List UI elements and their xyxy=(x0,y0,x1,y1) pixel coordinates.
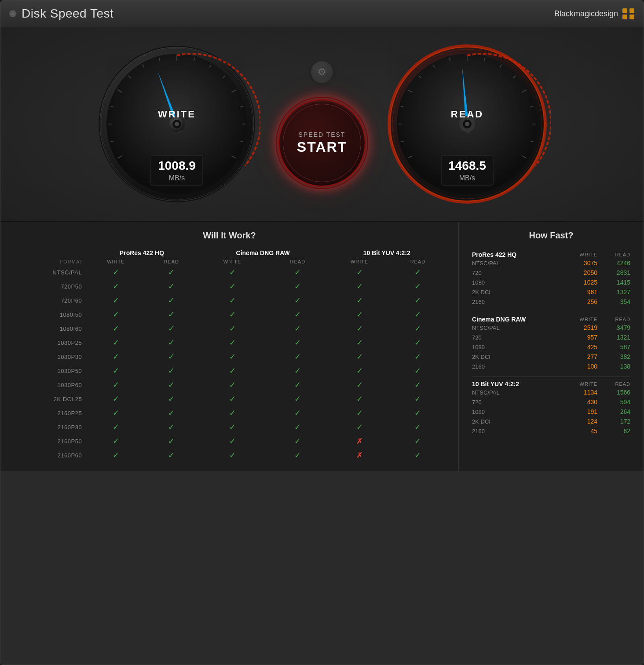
start-label-line1: SPEED TEST xyxy=(299,131,346,138)
check-cell: ✓ xyxy=(146,293,198,307)
check-cell: ✓ xyxy=(146,392,198,406)
svg-text:MB/s: MB/s xyxy=(169,174,185,182)
how-fast-panel: How Fast? ProRes 422 HQWRITEREADNTSC/PAL… xyxy=(459,222,644,471)
check-cell: ✓ xyxy=(391,448,445,462)
hf-data-row: NTSC/PAL25193479 xyxy=(472,323,630,332)
how-fast-title: How Fast? xyxy=(472,230,630,241)
check-cell: ✓ xyxy=(267,279,328,293)
gauges-section: 1008.9 MB/s WRITE ⚙ SPEED TEST START xyxy=(0,27,644,222)
format-cell: 1080p60 xyxy=(14,378,86,392)
hf-write-value: 2050 xyxy=(573,269,597,276)
check-cell: ✓ xyxy=(391,406,445,420)
check-cell: ✓ xyxy=(86,434,145,448)
check-cell: ✓ xyxy=(146,378,198,392)
hf-row-label: 1080 xyxy=(472,344,485,351)
hf-row-label: 2160 xyxy=(472,428,485,435)
check-cell: ✓ xyxy=(329,307,391,322)
check-cell: ✓ xyxy=(267,434,328,448)
check-cell: ✓ xyxy=(146,336,198,350)
hf-row-label: NTSC/PAL xyxy=(472,260,500,267)
check-cell: ✓ xyxy=(146,350,198,364)
sub-write-1: WRITE xyxy=(86,258,145,265)
sub-write-3: WRITE xyxy=(329,258,391,265)
svg-text:1468.5: 1468.5 xyxy=(448,159,486,172)
check-cell: ✓ xyxy=(146,420,198,434)
hf-data-row: NTSC/PAL30754246 xyxy=(472,258,630,268)
check-cell: ✓ xyxy=(329,265,391,279)
table-row: 2160p50✓✓✓✓✗✓ xyxy=(14,434,445,448)
sub-read-3: READ xyxy=(391,258,445,265)
table-row: 1080p25✓✓✓✓✓✓ xyxy=(14,336,445,350)
hf-write-value: 1025 xyxy=(573,279,597,286)
write-gauge: 1008.9 MB/s WRITE xyxy=(93,40,260,208)
check-cell: ✓ xyxy=(86,350,145,364)
hf-data-row: 1080425587 xyxy=(472,342,630,352)
hf-section-header-row: ProRes 422 HQWRITEREAD xyxy=(472,248,630,258)
hf-row-label: 720 xyxy=(472,270,482,276)
check-cell: ✓ xyxy=(198,350,267,364)
format-cell: 1080p30 xyxy=(14,350,86,364)
hf-write-value: 3075 xyxy=(573,259,597,267)
hf-read-value: 138 xyxy=(606,363,630,370)
start-label-line2: START xyxy=(297,139,347,155)
check-cell: ✓ xyxy=(146,448,198,462)
hf-read-header: READ xyxy=(606,317,630,322)
hf-row-label: 720 xyxy=(472,334,482,341)
check-cell: ✓ xyxy=(146,322,198,336)
format-cell: 2160p50 xyxy=(14,434,86,448)
format-cell: 720p50 xyxy=(14,279,86,293)
check-cell: ✓ xyxy=(198,378,267,392)
check-cell: ✓ xyxy=(267,307,328,322)
hf-row-label: 2K DCI xyxy=(472,289,490,296)
hf-data-row: 2160256354 xyxy=(472,297,630,307)
close-button[interactable]: × xyxy=(9,10,16,17)
table-row: 2160p60✓✓✓✓✗✓ xyxy=(14,448,445,462)
check-cell: ✓ xyxy=(146,265,198,279)
sub-read-1: READ xyxy=(146,258,198,265)
format-cell: 1080p25 xyxy=(14,336,86,350)
table-row: 1080i60✓✓✓✓✓✓ xyxy=(14,322,445,336)
start-button[interactable]: SPEED TEST START xyxy=(278,99,366,187)
hf-write-header: WRITE xyxy=(573,381,597,387)
check-cell: ✓ xyxy=(267,364,328,378)
col-header-prores: ProRes 422 HQ xyxy=(86,248,198,258)
check-cell: ✓ xyxy=(86,420,145,434)
table-row: NTSC/PAL✓✓✓✓✓✓ xyxy=(14,265,445,279)
hf-write-value: 430 xyxy=(573,398,597,406)
settings-button[interactable]: ⚙ xyxy=(311,61,333,83)
check-cell: ✓ xyxy=(329,293,391,307)
hf-read-value: 172 xyxy=(606,418,630,425)
format-cell: 2160p30 xyxy=(14,420,86,434)
check-cell: ✓ xyxy=(391,322,445,336)
hf-read-value: 1321 xyxy=(606,334,630,341)
hf-section-name: Cinema DNG RAW xyxy=(472,316,526,323)
hf-row-label: NTSC/PAL xyxy=(472,389,500,396)
hf-data-row: 2160100138 xyxy=(472,362,630,371)
check-cell: ✓ xyxy=(86,279,145,293)
hf-read-value: 1415 xyxy=(606,279,630,286)
hf-row-label: 720 xyxy=(472,399,482,406)
hf-section-name: 10 Bit YUV 4:2:2 xyxy=(472,380,519,387)
check-cell: ✓ xyxy=(267,420,328,434)
app-title: Disk Speed Test xyxy=(22,7,113,21)
hf-section-header-row: Cinema DNG RAWWRITEREAD xyxy=(472,312,630,323)
check-cell: ✓ xyxy=(329,406,391,420)
hf-write-value: 961 xyxy=(573,289,597,296)
table-row: 1080i50✓✓✓✓✓✓ xyxy=(14,307,445,322)
format-cell: NTSC/PAL xyxy=(14,265,86,279)
check-cell: ✓ xyxy=(267,448,328,462)
hf-write-value: 2519 xyxy=(573,324,597,331)
check-cell: ✓ xyxy=(267,265,328,279)
hf-read-header: READ xyxy=(606,381,630,387)
table-row: 720p60✓✓✓✓✓✓ xyxy=(14,293,445,307)
sub-read-2: READ xyxy=(267,258,328,265)
hf-read-header: READ xyxy=(606,252,630,257)
check-cell: ✓ xyxy=(86,406,145,420)
hf-row-label: 1080 xyxy=(472,409,485,415)
tables-section: Will It Work? ProRes 422 HQ Cinema DNG R… xyxy=(0,222,644,471)
check-cell: ✓ xyxy=(329,364,391,378)
settings-icon: ⚙ xyxy=(318,66,326,78)
svg-text:READ: READ xyxy=(451,109,483,120)
brand-name: Blackmagicdesign xyxy=(554,9,618,18)
sub-write-2: WRITE xyxy=(198,258,267,265)
